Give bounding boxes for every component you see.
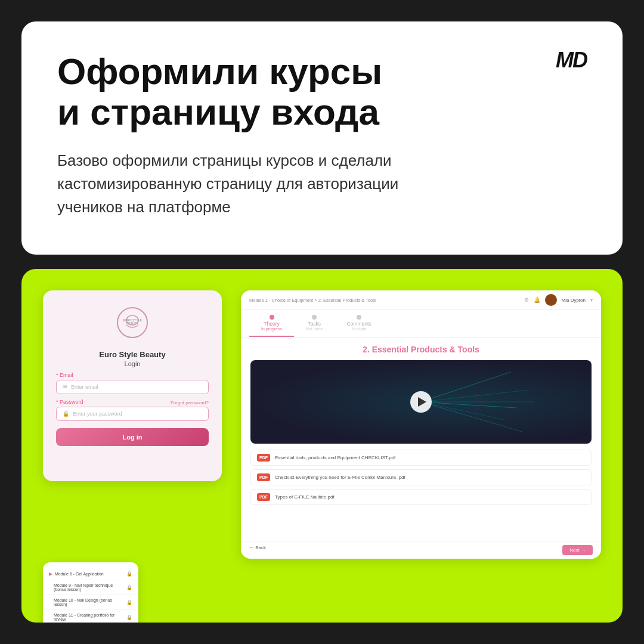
login-form: * Email ✉ Enter email * Password Forgot … <box>56 372 209 446</box>
tab-theory[interactable]: Theory In progress <box>249 310 294 337</box>
pdf-list: PDF Essential tools, products and Equipm… <box>250 450 592 505</box>
sidebar-screenshot: ▶ Module 6 - Gel Application 🔒 Module 9 … <box>43 562 138 623</box>
email-label: * Email <box>56 372 209 378</box>
play-icon <box>418 397 426 407</box>
nav-bar: ← Back Next → <box>241 541 601 559</box>
sidebar-item-11[interactable]: Module 11 - Creating portfolio for revie… <box>43 610 138 623</box>
page-container: MD Оформили курсы и страницу входа Базов… <box>0 0 644 644</box>
course-header: Module 1 - Choice of Equipment > 2. Esse… <box>241 290 601 310</box>
tab-dot-active <box>270 315 274 320</box>
course-title: 2. Essential Products & Tools <box>250 345 592 354</box>
top-card: MD Оформили курсы и страницу входа Базов… <box>21 21 623 255</box>
logo-area: EURO STYLE BEAUTY <box>117 307 148 340</box>
course-screenshot: Module 1 - Choice of Equipment > 2. Esse… <box>241 290 601 559</box>
lock-icon-4: 🔒 <box>126 615 132 620</box>
forgot-password-link[interactable]: Forgot password? <box>171 400 209 405</box>
next-button[interactable]: Next → <box>562 545 593 555</box>
tab-comments[interactable]: Comments No data <box>335 310 383 337</box>
pdf-icon-2: PDF <box>257 473 270 481</box>
sidebar-item-9[interactable]: Module 9 - Nail repair technique (bonus … <box>43 580 138 595</box>
lock-icon-3: 🔒 <box>126 600 132 605</box>
brand-name: Euro Style Beauty <box>99 350 165 359</box>
email-field-group: * Email ✉ Enter email <box>56 372 209 394</box>
email-input[interactable]: ✉ Enter email <box>56 380 209 394</box>
settings-icon: ⚙ <box>524 297 529 303</box>
tab-bar: Theory In progress Tasks Not done Commen… <box>241 310 601 338</box>
tab-dot-gray-2 <box>357 315 361 320</box>
bottom-card: EURO STYLE BEAUTY Euro Style Beauty Logi… <box>21 269 623 623</box>
svg-text:BEAUTY: BEAUTY <box>126 321 139 325</box>
bell-icon: 🔔 <box>534 297 540 303</box>
lock-icon: 🔒 <box>126 571 132 577</box>
back-button[interactable]: ← Back <box>249 545 266 555</box>
password-label: * Password <box>56 399 83 405</box>
md-logo: MD <box>556 48 587 73</box>
sidebar-item-6[interactable]: ▶ Module 6 - Gel Application 🔒 <box>43 568 138 580</box>
pdf-item-3[interactable]: PDF Types of E-FILE Nailbite.pdf <box>250 489 592 505</box>
tab-dot-gray <box>312 315 317 320</box>
course-content: 2. Essential Products & Tools <box>241 338 601 541</box>
sidebar-item-10[interactable]: Module 10 - Nail Design (bonus lesson) 🔒 <box>43 595 138 610</box>
login-button[interactable]: Log in <box>56 428 209 446</box>
header-icons: ⚙ 🔔 Mia Dypton ▾ <box>524 294 593 306</box>
main-title: Оформили курсы и страницу входа <box>57 51 475 132</box>
pdf-icon-1: PDF <box>257 454 270 462</box>
pdf-item-2[interactable]: PDF Checklist-Everything you need for E-… <box>250 469 592 485</box>
svg-line-3 <box>421 372 510 402</box>
video-player[interactable] <box>250 360 592 444</box>
lock-icon-2: 🔒 <box>126 585 132 590</box>
password-input[interactable]: 🔒 Enter your password <box>56 407 209 421</box>
tab-tasks[interactable]: Tasks Not done <box>294 310 335 337</box>
svg-line-4 <box>421 390 528 402</box>
subtitle: Базово оформили страницы курсов и сделал… <box>57 149 463 219</box>
password-field-group: * Password Forgot password? 🔒 Enter your… <box>56 399 209 421</box>
pdf-icon-3: PDF <box>257 493 270 501</box>
username: Mia Dypton <box>562 298 586 303</box>
breadcrumb: Module 1 - Choice of Equipment > 2. Esse… <box>249 298 376 303</box>
chevron-down-icon: ▾ <box>590 298 593 303</box>
pdf-item-1[interactable]: PDF Essential tools, products and Equipm… <box>250 450 592 466</box>
user-avatar <box>545 294 557 306</box>
logo-circle: EURO STYLE BEAUTY <box>117 307 148 338</box>
login-label: Login <box>125 360 141 367</box>
login-screenshot: EURO STYLE BEAUTY Euro Style Beauty Logi… <box>43 290 222 481</box>
svg-line-7 <box>421 402 522 432</box>
